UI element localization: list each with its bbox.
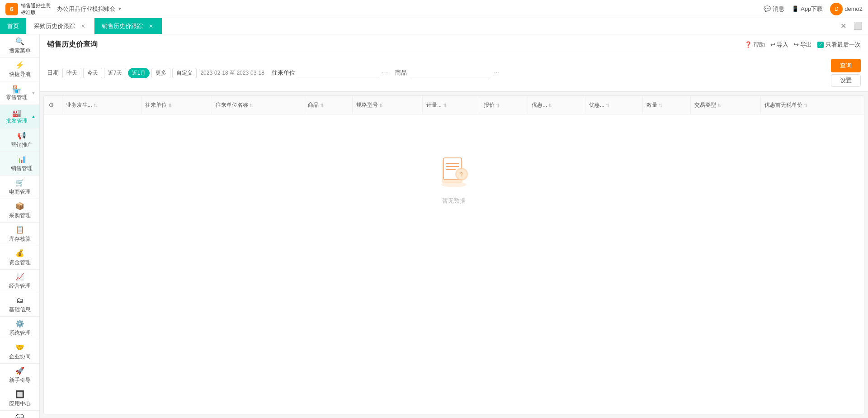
sort-spec-icon[interactable]: ⇅ — [379, 103, 383, 108]
help-icon: ❓ — [745, 41, 752, 48]
retail-icon: 🏪 — [12, 85, 21, 94]
wholesale-icon: 🏭 — [12, 109, 21, 117]
tab-purchase-history[interactable]: 采购历史价跟踪 ✕ — [27, 18, 94, 34]
sidebar-item-sales-mgmt-label: 销售管理 — [11, 165, 33, 172]
th-biz-date: 业务发生... ⇅ — [62, 96, 142, 114]
sidebar-item-newbie[interactable]: 🚀 新手引导 — [0, 364, 39, 387]
th-discount1: 优惠... ⇅ — [528, 96, 585, 114]
import-action[interactable]: ↩ 导入 — [770, 41, 788, 49]
logo-icon: 6 — [5, 3, 18, 15]
sidebar-item-purchase-label: 采购管理 — [9, 212, 31, 219]
only-last-checkbox[interactable]: ✓ — [817, 42, 824, 48]
settings-button[interactable]: 设置 — [831, 74, 861, 87]
tab-maximize-icon[interactable]: ⬜ — [852, 20, 864, 32]
basic-info-icon: 🗂 — [16, 296, 24, 304]
table-body: ? 暂无数据 — [44, 114, 864, 242]
export-label: 导出 — [800, 41, 812, 49]
sidebar-item-inventory[interactable]: 📋 库存核算 — [0, 223, 39, 246]
sidebar-item-apps[interactable]: 🔲 应用中心 — [0, 387, 39, 411]
tab-purchase-history-close[interactable]: ✕ — [80, 23, 87, 30]
sidebar-item-search[interactable]: 🔍 搜索菜单 — [0, 34, 39, 58]
import-label: 导入 — [777, 41, 788, 49]
wholesale-label-group: 🏭 批发管理 — [4, 109, 30, 125]
sidebar-item-wholesale[interactable]: 🏭 批发管理 ▲ — [0, 105, 39, 128]
message-action[interactable]: 💬 消息 — [764, 5, 784, 13]
query-settings-group: 查询 设置 — [831, 59, 861, 87]
th-partner-code: 往来单位 ⇅ — [142, 96, 212, 114]
column-settings-button[interactable]: ⚙ — [47, 100, 55, 109]
page-actions: ❓ 帮助 ↩ 导入 ↪ 导出 ✓ 只看最后一次 — [745, 41, 861, 49]
tab-home[interactable]: 首页 — [0, 18, 27, 34]
user-info[interactable]: D demo2 — [830, 3, 863, 15]
enterprise-icon: 🤝 — [15, 343, 24, 352]
sidebar-item-sales-mgmt[interactable]: 📊 销售管理 — [0, 152, 39, 176]
empty-illustration: ? — [434, 151, 474, 191]
content-area: 销售历史价查询 ❓ 帮助 ↩ 导入 ↪ 导出 ✓ — [40, 34, 868, 418]
goods-label: 商品 — [395, 69, 407, 77]
sidebar-item-marketing[interactable]: 📢 营销推广 — [0, 128, 39, 152]
sort-quote-icon[interactable]: ⇅ — [496, 103, 500, 108]
th-pretax-price-label: 优惠前无税单价 — [764, 101, 802, 109]
tab-bar: 首页 采购历史价跟踪 ✕ 销售历史价跟踪 ✕ ✕ ⬜ — [0, 18, 868, 34]
app-selector[interactable]: 办公用品行业模拟账套 ▼ — [54, 4, 125, 14]
partner-filter-group: 往来单位 ··· — [272, 68, 388, 77]
tab-purchase-history-label: 采购历史价跟踪 — [34, 22, 75, 30]
apps-icon: 🔲 — [15, 390, 24, 399]
sidebar-item-ecommerce[interactable]: 🛒 电商管理 — [0, 176, 39, 199]
sidebar-item-finance[interactable]: 💰 资金管理 — [0, 246, 39, 270]
top-header: 6 销售通好生意 标准版 办公用品行业模拟账套 ▼ 💬 消息 📱 App下载 D… — [0, 0, 868, 18]
partner-input[interactable] — [298, 68, 379, 77]
query-button[interactable]: 查询 — [831, 59, 861, 72]
page-title: 销售历史价查询 — [47, 40, 98, 49]
sidebar-item-operations[interactable]: 📈 经营管理 — [0, 270, 39, 293]
sort-discount1-icon[interactable]: ⇅ — [548, 103, 552, 108]
sidebar-item-wholesale-label: 批发管理 — [6, 117, 28, 125]
sidebar-item-system[interactable]: ⚙️ 系统管理 — [0, 317, 39, 340]
sidebar-item-quick-nav[interactable]: ⚡ 快捷导航 — [0, 58, 39, 81]
goods-filter-group: 商品 ··· — [395, 68, 500, 77]
th-spec-label: 规格型号 — [356, 101, 378, 109]
goods-dots-icon[interactable]: ··· — [494, 69, 500, 77]
date-btn-1month[interactable]: 近1月 — [128, 68, 150, 78]
sort-partner-code-icon[interactable]: ⇅ — [168, 103, 172, 108]
date-btn-yesterday[interactable]: 昨天 — [62, 68, 81, 78]
sort-unit-icon[interactable]: ⇅ — [443, 103, 447, 108]
th-quote: 报价 ⇅ — [480, 96, 528, 114]
only-last-checkbox-group[interactable]: ✓ 只看最后一次 — [817, 41, 861, 49]
sidebar-item-retail[interactable]: 🏪 零售管理 ▼ — [0, 81, 39, 105]
sort-partner-name-icon[interactable]: ⇅ — [250, 103, 253, 108]
sort-goods-icon[interactable]: ⇅ — [320, 103, 324, 108]
table-container: ⚙ 业务发生... ⇅ 往来单位 ⇅ — [43, 95, 864, 414]
export-action[interactable]: ↪ 导出 — [794, 41, 812, 49]
tab-sales-history[interactable]: 销售历史价跟踪 ✕ — [94, 18, 162, 34]
sort-discount2-icon[interactable]: ⇅ — [606, 103, 609, 108]
th-spec: 规格型号 ⇅ — [352, 96, 422, 114]
sidebar-item-enterprise[interactable]: 🤝 企业协同 — [0, 340, 39, 364]
partner-dots-icon[interactable]: ··· — [382, 69, 388, 77]
date-btn-custom[interactable]: 自定义 — [172, 68, 197, 78]
sidebar-item-newbie-label: 新手引导 — [9, 376, 31, 384]
date-btn-today[interactable]: 今天 — [83, 68, 102, 78]
app-download-action[interactable]: 📱 App下载 — [792, 5, 823, 13]
sort-qty-icon[interactable]: ⇅ — [659, 103, 662, 108]
tab-close-icon[interactable]: ✕ — [839, 20, 848, 32]
help-label: 帮助 — [753, 41, 765, 49]
date-filter-group: 日期 昨天 今天 近7天 近1月 更多 自定义 2023-02-18 至 202… — [47, 68, 264, 78]
sort-trade-type-icon[interactable]: ⇅ — [717, 103, 721, 108]
goods-input[interactable] — [410, 68, 491, 77]
sidebar-item-basic-info[interactable]: 🗂 基础信息 — [0, 293, 39, 317]
page-title-row: 销售历史价查询 ❓ 帮助 ↩ 导入 ↪ 导出 ✓ — [47, 40, 861, 54]
sort-biz-date-icon[interactable]: ⇅ — [94, 103, 97, 108]
main-layout: 🔍 搜索菜单 ⚡ 快捷导航 🏪 零售管理 ▼ 🏭 批发管理 ▲ 📢 营销推广 — [0, 34, 868, 418]
tab-sales-history-close[interactable]: ✕ — [147, 23, 155, 30]
date-btn-7days[interactable]: 近7天 — [104, 68, 126, 78]
sidebar-item-basic-info-label: 基础信息 — [9, 306, 31, 314]
sidebar-item-purchase[interactable]: 📦 采购管理 — [0, 199, 39, 223]
help-action[interactable]: ❓ 帮助 — [745, 41, 765, 49]
sort-pretax-price-icon[interactable]: ⇅ — [804, 103, 807, 108]
sidebar-item-wechat[interactable]: 💬 企业微信 — [0, 411, 39, 418]
retail-arrow-icon: ▼ — [31, 90, 36, 95]
date-btn-more[interactable]: 更多 — [151, 68, 170, 78]
date-range-text: 2023-02-18 至 2023-03-18 — [200, 69, 264, 77]
wechat-icon: 💬 — [15, 413, 24, 418]
